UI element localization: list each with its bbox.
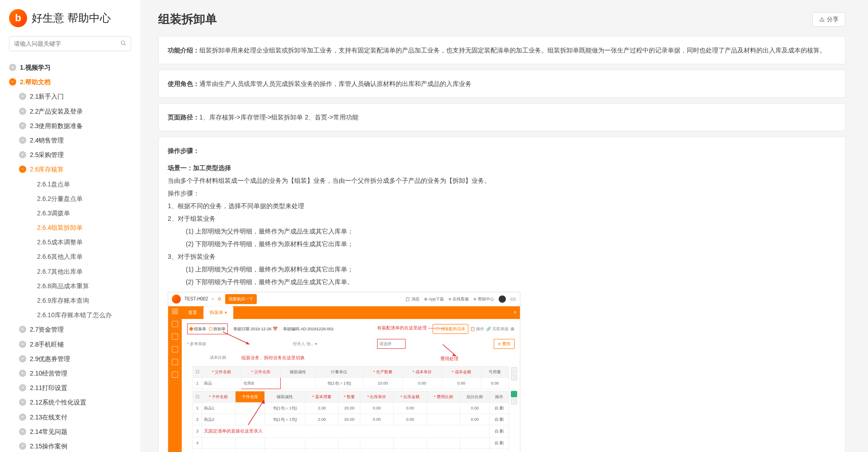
ss-related-button[interactable]: 🔗 关联单据 (486, 325, 509, 333)
step3-2: (2) 下部明细为子件明细，最终作为产成品生成其它入库单。 (168, 276, 836, 288)
svg-line-1 (124, 44, 126, 45)
nav-2-6[interactable]: −2.6库存核算 (9, 162, 131, 176)
ss-nav-icon[interactable] (172, 359, 178, 365)
radio-dot-icon (189, 327, 193, 331)
minus-icon: − (19, 166, 26, 173)
nav-docs[interactable]: −2.帮助文档 (9, 75, 131, 89)
plus-icon: + (19, 341, 26, 348)
step2-2: (2) 下部明细为子件明细，最终作为原材料生成其它出库单； (168, 238, 836, 250)
main-content: 组装拆卸单 分享 功能介绍：组装拆卸单用来处理企业组装或拆卸等加工业务，支持有固… (140, 0, 863, 452)
steps-sub: 操作步骤： (168, 187, 836, 200)
ss-fee-select[interactable]: 请选择 (377, 339, 406, 349)
role-card: 使用角色：通常由生产人员或库管人员完成拆装业务的操作，库管人员确认原材料的出库和… (158, 70, 845, 98)
ss-tool-icon[interactable] (511, 391, 517, 397)
nav-2-11[interactable]: +2.11打印设置 (9, 381, 131, 395)
plus-icon: + (9, 64, 16, 71)
nav-2-7[interactable]: +2.7资金管理 (9, 322, 131, 337)
plus-icon: + (19, 122, 26, 129)
nav-2-6-2[interactable]: 2.6.2分量盘点单 (9, 191, 131, 206)
nav-2-6-7[interactable]: 2.6.7其他出库单 (9, 264, 131, 279)
ss-nav-icon[interactable] (172, 321, 178, 327)
ss-tab-close-icon[interactable]: × (510, 308, 520, 317)
nav-2-6-1[interactable]: 2.6.1盘点单 (9, 177, 131, 191)
ss-tab-home[interactable]: 首页 (182, 306, 203, 319)
step3: 3、对于拆装业务 (168, 250, 836, 263)
plus-icon: + (19, 108, 26, 115)
ss-note-bom: 有装配清单的在这里处理 ———→ (377, 324, 446, 333)
ss-note-direct: 无固定清单的直接在这里录入 (204, 428, 263, 433)
share-icon (819, 17, 825, 22)
nav-2-6-9[interactable]: 2.6.9库存账本查询 (9, 293, 131, 308)
nav-2-8[interactable]: +2.8手机旺铺 (9, 337, 131, 352)
plus-icon: + (19, 384, 26, 391)
search-input[interactable] (9, 36, 131, 51)
plus-icon: + (19, 442, 26, 450)
step2: 2、对于组装业务 (168, 212, 836, 225)
scene1-title: 场景一：加工类型选择 (168, 162, 836, 174)
step3-1: (1) 上部明细为父件明细，最终作为原材料生成其它出库单； (168, 263, 836, 276)
nav-2-6-10[interactable]: 2.6.10库存账本错了怎么办 (9, 308, 131, 322)
ss-print-icon[interactable]: 🖶 (510, 325, 514, 333)
search-box (9, 36, 131, 51)
ss-tab-active[interactable]: 拆装单 ▾ (203, 306, 233, 319)
ss-leftnav (168, 306, 182, 452)
nav-2-2[interactable]: +2.2产品安装及登录 (9, 104, 131, 119)
nav-2-9[interactable]: +2.9优惠券管理 (9, 352, 131, 366)
plus-icon: + (19, 428, 26, 435)
ss-tool-icon[interactable] (511, 367, 517, 373)
logo-area: b 好生意 帮助中心 (9, 9, 131, 27)
nav-2-5[interactable]: +2.5采购管理 (9, 147, 131, 162)
ss-note-switch: 组装业务、拆卸业务在这里切换 (241, 353, 305, 362)
nav-2-6-8[interactable]: 2.6.8商品成本重算 (9, 279, 131, 293)
ss-online[interactable]: ⊕ 在线客服 (448, 295, 469, 303)
ss-try-button[interactable]: 我要购买一下 (225, 294, 257, 304)
ss-nav-icon[interactable] (172, 371, 178, 378)
page-title: 组装拆卸单 (158, 11, 217, 27)
plus-icon: + (19, 151, 26, 158)
ss-help[interactable]: ⊕ 帮助中心 (473, 295, 494, 303)
role-label: 使用角色： (168, 80, 199, 87)
nav-tree: +1.视频学习 −2.帮助文档 +2.1新手入门 +2.2产品安装及登录 +2.… (9, 60, 131, 452)
plus-icon: + (19, 137, 26, 144)
plus-icon: + (19, 370, 26, 377)
ss-note-fee: 费用处理 (440, 354, 458, 363)
ss-avatar-icon (499, 295, 506, 303)
intro-text: 组装拆卸单用来处理企业组装或拆卸等加工业务，支持有固定装配清单的产品加工业务，也… (199, 47, 826, 54)
nav-2-6-3[interactable]: 2.6.3调拨单 (9, 206, 131, 220)
nav-2-13[interactable]: +2.13在线支付 (9, 410, 131, 424)
nav-2-1[interactable]: +2.1新手入门 (9, 89, 131, 104)
ss-fee-button[interactable]: ⊕ 费用 (494, 339, 514, 349)
search-icon[interactable] (120, 40, 127, 48)
ss-op-button[interactable]: 📋 操作 (470, 325, 485, 333)
ss-child-table: ☐ * 子件名称 子件仓库 辅助属性 * 基本用量 * 数量 * 出库单价 * … (193, 391, 509, 452)
ss-nav-icon[interactable] (172, 333, 178, 340)
nav-2-4[interactable]: +2.4销售管理 (9, 133, 131, 147)
radio-dot-icon (209, 327, 212, 331)
nav-2-6-4[interactable]: 2.6.4组装拆卸单 (9, 220, 131, 235)
nav-2-6-5[interactable]: 2.6.5成本调整单 (9, 235, 131, 249)
nav-2-6-6[interactable]: 2.6.6其他入库单 (9, 249, 131, 264)
steps-label: 操作步骤： (168, 144, 836, 157)
path-text: 1、库存核算->库存管理->组装拆卸单 2、首页->常用功能 (199, 114, 359, 121)
nav-video[interactable]: +1.视频学习 (9, 60, 131, 75)
nav-2-14[interactable]: +2.14常见问题 (9, 424, 131, 439)
minus-icon: − (9, 78, 16, 86)
ss-type-radio-group[interactable]: 组装单 拆卸单 (187, 324, 228, 334)
ss-app[interactable]: ⊕ App下载 (424, 295, 444, 303)
ss-tool-icon[interactable] (511, 374, 517, 381)
ss-nav-home-icon[interactable] (172, 308, 178, 314)
nav-2-15[interactable]: +2.15操作案例 (9, 439, 131, 452)
nav-2-12[interactable]: +2.12系统个性化设置 (9, 395, 131, 409)
nav-2-10[interactable]: +2.10经营管理 (9, 366, 131, 381)
plus-icon: + (19, 355, 26, 362)
ss-parent-table: ☐ * 父件名称 * 父件仓库 辅助属性 计量单位 * 生产数量 * 成本单价 … (193, 366, 509, 389)
ss-username: CC (510, 295, 516, 303)
ss-nav-icon[interactable] (172, 346, 178, 352)
nav-2-3[interactable]: +2.3使用前数据准备 (9, 119, 131, 133)
share-button[interactable]: 分享 (812, 12, 845, 27)
steps-card: 操作步骤： 场景一：加工类型选择 当由多个子件材料组装成一个成品的业务为【组装】… (158, 137, 845, 452)
scene1-desc: 当由多个子件材料组装成一个成品的业务为【组装】业务，当由一个父件拆分成多个子产品… (168, 174, 836, 187)
ss-tool-icon[interactable] (511, 398, 517, 404)
path-card: 页面路径：1、库存核算->库存管理->组装拆卸单 2、首页->常用功能 (158, 103, 845, 131)
ss-msg[interactable]: 📋 消息 (405, 295, 420, 303)
